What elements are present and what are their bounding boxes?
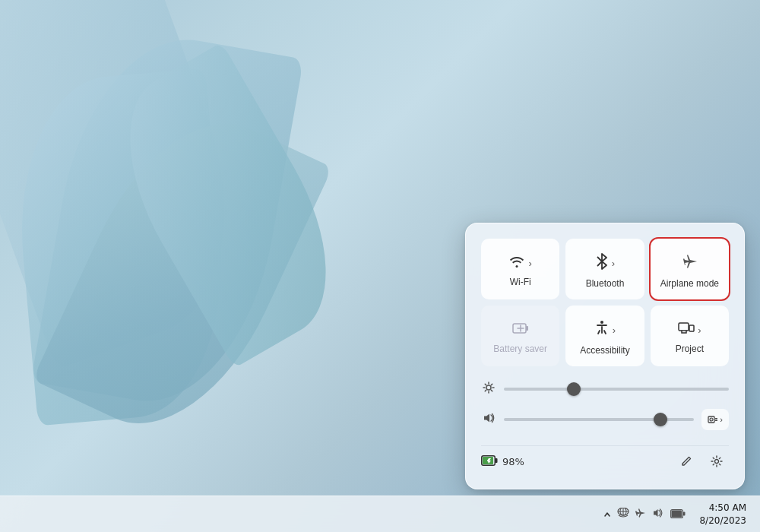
airplane-mode-icon bbox=[681, 253, 698, 274]
network-icon[interactable] bbox=[617, 508, 629, 521]
bluetooth-icon-row: › bbox=[595, 253, 615, 274]
svg-point-5 bbox=[486, 385, 491, 390]
project-label: Project bbox=[676, 344, 704, 354]
settings-button[interactable] bbox=[705, 449, 729, 473]
sliders-section: › bbox=[481, 382, 729, 430]
airplane-mode-button[interactable]: Airplane mode bbox=[651, 239, 729, 299]
bluetooth-icon bbox=[595, 253, 609, 274]
quick-buttons-grid: › Wi-Fi › Bluetooth bbox=[481, 239, 729, 366]
accessibility-chevron-icon: › bbox=[613, 325, 616, 336]
taskbar-system-icons[interactable] bbox=[597, 505, 692, 524]
accessibility-label: Accessibility bbox=[580, 345, 629, 356]
brightness-slider[interactable] bbox=[504, 388, 729, 391]
accessibility-button[interactable]: › Accessibility bbox=[565, 306, 644, 366]
svg-point-14 bbox=[715, 460, 719, 464]
taskbar-date: 8/20/2023 bbox=[699, 515, 746, 527]
bluetooth-button[interactable]: › Bluetooth bbox=[565, 239, 644, 299]
volume-slider-container[interactable] bbox=[504, 412, 694, 427]
accessibility-icon bbox=[594, 320, 610, 340]
audio-device-chevron-icon: › bbox=[720, 415, 723, 424]
svg-rect-1 bbox=[526, 326, 528, 331]
taskbar-right: 4:50 AM 8/20/2023 bbox=[597, 500, 751, 529]
brightness-row bbox=[481, 382, 729, 397]
audio-device-button[interactable]: › bbox=[701, 409, 729, 430]
wifi-label: Wi-Fi bbox=[510, 277, 531, 287]
svg-rect-18 bbox=[672, 510, 682, 517]
airplane-icon-row bbox=[681, 253, 698, 274]
footer-actions bbox=[674, 449, 729, 473]
svg-point-8 bbox=[711, 419, 712, 420]
airplane-mode-label: Airplane mode bbox=[660, 278, 719, 289]
taskbar: 4:50 AM 8/20/2023 bbox=[0, 496, 760, 532]
battery-saver-label: Battery saver bbox=[493, 344, 547, 354]
svg-rect-9 bbox=[715, 418, 717, 420]
bluetooth-chevron-icon: › bbox=[612, 258, 615, 269]
battery-taskbar-icon[interactable] bbox=[670, 508, 686, 521]
project-button[interactable]: › Project bbox=[651, 306, 729, 366]
chevron-up-icon[interactable] bbox=[603, 508, 611, 521]
volume-row: › bbox=[481, 409, 729, 430]
battery-saver-button[interactable]: Battery saver bbox=[481, 306, 559, 366]
battery-saver-icon-row bbox=[512, 321, 529, 339]
wifi-icon-row: › bbox=[508, 255, 531, 272]
taskbar-clock[interactable]: 4:50 AM 8/20/2023 bbox=[695, 500, 751, 529]
svg-point-2 bbox=[600, 321, 603, 324]
volume-icon bbox=[481, 412, 496, 427]
brightness-slider-container[interactable] bbox=[504, 382, 729, 397]
project-icon bbox=[678, 321, 695, 339]
svg-rect-13 bbox=[496, 458, 498, 463]
quick-settings-panel: › Wi-Fi › Bluetooth bbox=[465, 223, 745, 489]
volume-taskbar-icon[interactable] bbox=[652, 508, 664, 521]
bluetooth-label: Bluetooth bbox=[586, 278, 625, 289]
battery-info: 98% bbox=[481, 454, 524, 469]
battery-saver-icon bbox=[512, 321, 529, 339]
battery-icon bbox=[481, 454, 498, 469]
svg-rect-10 bbox=[715, 420, 717, 422]
brightness-icon bbox=[481, 382, 496, 397]
svg-rect-19 bbox=[683, 511, 686, 515]
battery-percent: 98% bbox=[502, 456, 524, 467]
project-chevron-icon: › bbox=[698, 325, 701, 336]
taskbar-time: 4:50 AM bbox=[699, 502, 746, 515]
volume-slider[interactable] bbox=[504, 418, 694, 421]
airplane-mode-taskbar-icon[interactable] bbox=[635, 508, 646, 521]
panel-footer: 98% bbox=[481, 445, 729, 473]
edit-quick-settings-button[interactable] bbox=[674, 449, 698, 473]
svg-rect-3 bbox=[679, 323, 689, 331]
project-icon-row: › bbox=[678, 321, 701, 339]
wifi-button[interactable]: › Wi-Fi bbox=[481, 239, 559, 299]
wifi-chevron-icon: › bbox=[528, 258, 531, 269]
accessibility-icon-row: › bbox=[594, 320, 616, 340]
svg-rect-4 bbox=[689, 325, 694, 331]
wifi-icon bbox=[508, 255, 525, 272]
